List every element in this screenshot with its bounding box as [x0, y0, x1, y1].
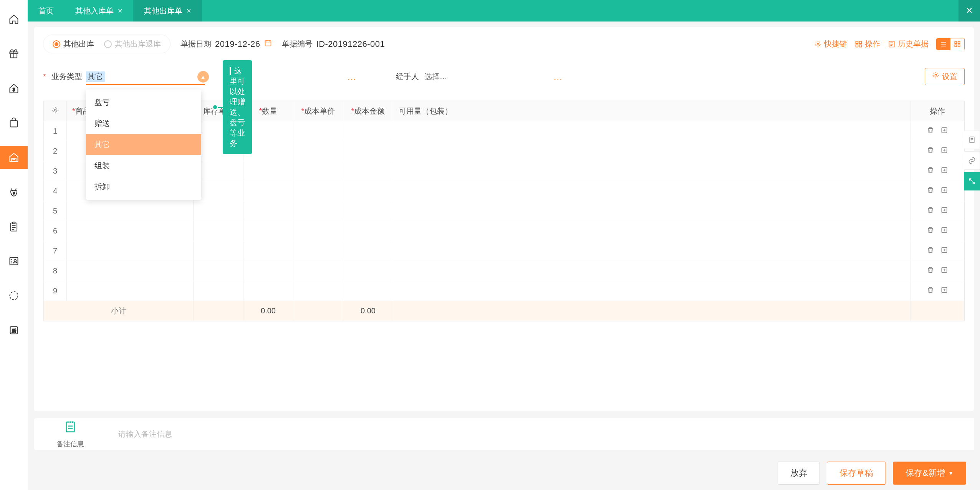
- biz-type-option[interactable]: 赠送: [86, 113, 201, 134]
- biz-type-dropdown: 盘亏赠送其它组装拆卸: [86, 89, 201, 200]
- chevron-up-icon[interactable]: ▲: [197, 71, 209, 83]
- table-row[interactable]: 9: [44, 281, 964, 301]
- add-row-icon[interactable]: [940, 126, 948, 136]
- sidebar-gift-icon[interactable]: [0, 42, 28, 65]
- close-icon[interactable]: ✕: [186, 7, 191, 15]
- footer-actions: 放弃 保存草稿 保存&新增▼: [34, 456, 974, 490]
- svg-rect-3: [10, 121, 18, 127]
- list-view-icon[interactable]: [937, 38, 950, 50]
- biz-type-option[interactable]: 盘亏: [86, 92, 201, 113]
- sidebar-home-icon[interactable]: [0, 8, 28, 31]
- grid-view-icon[interactable]: [950, 38, 964, 50]
- table-row[interactable]: 6: [44, 221, 964, 241]
- view-toggle[interactable]: [936, 38, 965, 50]
- remarks-input[interactable]: [107, 418, 974, 450]
- svg-rect-34: [66, 422, 74, 432]
- hint-callout: 这里可以处理赠送、盘亏等业务: [223, 60, 252, 154]
- sidebar-clipboard-icon[interactable]: [0, 215, 28, 238]
- history-button[interactable]: 历史单据: [888, 39, 929, 49]
- radio-other-out-return[interactable]: 其他出库退库: [104, 39, 161, 49]
- biz-type-label: 业务类型: [51, 71, 82, 82]
- add-row-icon[interactable]: [940, 226, 948, 236]
- handler-input[interactable]: [423, 70, 538, 83]
- svg-point-24: [54, 109, 56, 111]
- add-row-icon[interactable]: [940, 246, 948, 256]
- delete-row-icon[interactable]: [927, 246, 934, 256]
- add-row-icon[interactable]: [940, 286, 948, 296]
- shortcut-button[interactable]: 快捷键: [814, 39, 847, 49]
- radio-other-out[interactable]: 其他出库: [53, 39, 94, 49]
- sidebar-warehouse-icon[interactable]: [0, 146, 28, 169]
- chevron-down-icon[interactable]: ▼: [948, 470, 954, 476]
- add-row-icon[interactable]: [940, 186, 948, 196]
- add-row-icon[interactable]: [940, 146, 948, 156]
- sidebar-dollar-icon[interactable]: $: [0, 77, 28, 100]
- sidebar-bag-icon[interactable]: [0, 111, 28, 134]
- tab-home[interactable]: 首页: [28, 0, 65, 22]
- add-row-icon[interactable]: [940, 166, 948, 176]
- add-row-icon[interactable]: [940, 206, 948, 216]
- svg-rect-20: [958, 41, 960, 43]
- svg-rect-22: [958, 45, 960, 46]
- delete-row-icon[interactable]: [927, 166, 934, 176]
- delete-row-icon[interactable]: [927, 266, 934, 276]
- col-ops: 操作: [930, 107, 945, 115]
- subtotal-qty: 0.00: [243, 301, 293, 321]
- svg-rect-15: [859, 41, 862, 43]
- tabs-bar: 首页 其他入库单✕ 其他出库单✕ ✕: [28, 0, 980, 22]
- close-all-tabs-icon[interactable]: ✕: [958, 0, 980, 22]
- biz-type-option[interactable]: 组装: [86, 155, 201, 176]
- sidebar-loading-icon[interactable]: [0, 284, 28, 307]
- svg-point-23: [935, 74, 937, 76]
- operate-button[interactable]: 操作: [855, 39, 880, 49]
- delete-row-icon[interactable]: [927, 286, 934, 296]
- save-draft-button[interactable]: 保存草稿: [827, 462, 886, 485]
- sidebar-contact-icon[interactable]: [0, 250, 28, 273]
- form-card: 其他出库 其他出库退库 单据日期 2019-12-26 单据编号 ID-2019…: [34, 27, 974, 411]
- delete-row-icon[interactable]: [927, 126, 934, 136]
- table-row[interactable]: 5: [44, 201, 964, 221]
- doc-type-radio-group: 其他出库 其他出库退库: [43, 35, 171, 53]
- delete-row-icon[interactable]: [927, 146, 934, 156]
- more-icon[interactable]: …: [553, 71, 564, 82]
- sidebar-new-icon[interactable]: 新: [0, 319, 28, 342]
- tab-other-out[interactable]: 其他出库单✕: [133, 0, 202, 22]
- sidebar-money-icon[interactable]: ¥: [0, 180, 28, 204]
- more-icon[interactable]: …: [347, 71, 358, 82]
- doc-no-value: ID-20191226-001: [316, 39, 385, 49]
- delete-row-icon[interactable]: [927, 186, 934, 196]
- svg-point-9: [10, 292, 18, 300]
- svg-text:¥: ¥: [12, 191, 15, 195]
- svg-point-13: [817, 43, 819, 45]
- svg-rect-14: [856, 41, 858, 43]
- biz-type-option[interactable]: 其它: [86, 134, 201, 155]
- table-row[interactable]: 7: [44, 241, 964, 261]
- rail-link-icon[interactable]: [964, 151, 980, 170]
- sidebar: $ ¥ 新: [0, 0, 28, 490]
- delete-row-icon[interactable]: [927, 226, 934, 236]
- biz-type-input[interactable]: [86, 71, 105, 82]
- discard-button[interactable]: 放弃: [778, 462, 820, 485]
- save-new-button[interactable]: 保存&新增▼: [893, 462, 966, 485]
- svg-rect-21: [955, 45, 957, 46]
- subtotal-amount: 0.00: [343, 301, 393, 321]
- doc-no-field: 单据编号 ID-20191226-001: [282, 39, 385, 49]
- close-icon[interactable]: ✕: [118, 7, 122, 15]
- gear-icon[interactable]: [51, 107, 59, 116]
- add-row-icon[interactable]: [940, 266, 948, 276]
- tab-other-in[interactable]: 其他入库单✕: [65, 0, 133, 22]
- col-available: 可用量（包装）: [399, 107, 452, 115]
- calendar-icon[interactable]: [264, 39, 272, 49]
- biz-type-option[interactable]: 拆卸: [86, 176, 201, 197]
- svg-rect-16: [856, 45, 858, 47]
- rail-doc-icon[interactable]: [964, 131, 980, 149]
- col-cost-amount: 成本金额: [354, 107, 385, 115]
- svg-rect-19: [955, 41, 957, 43]
- delete-row-icon[interactable]: [927, 206, 934, 216]
- table-row[interactable]: 8: [44, 261, 964, 281]
- settings-button[interactable]: 设置: [925, 68, 965, 85]
- doc-date-value[interactable]: 2019-12-26: [215, 39, 260, 49]
- svg-text:$: $: [13, 87, 15, 92]
- svg-rect-17: [859, 45, 862, 47]
- rail-expand-icon[interactable]: [964, 172, 980, 190]
